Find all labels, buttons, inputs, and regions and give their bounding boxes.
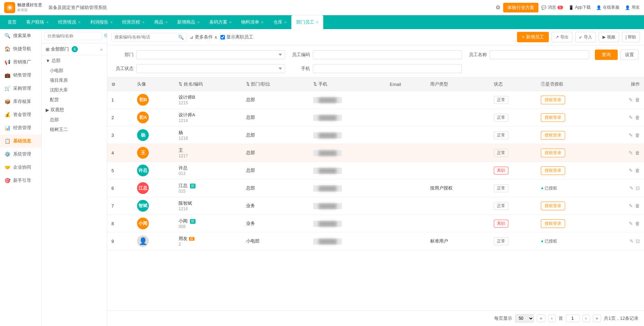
close-icon[interactable]: × [110,20,112,24]
settings-icon[interactable]: ⚙ [496,4,500,11]
first-page-button[interactable]: « [537,315,545,322]
dept-child-zhishu[interactable]: 植树王二 [42,125,107,134]
close-icon[interactable]: × [229,20,232,24]
col-phone[interactable]: ⇅ 手机 [309,78,386,91]
close-icon[interactable]: × [78,20,80,24]
online-service-button[interactable]: 👤 在线客服 [596,5,619,10]
copy-icon[interactable]: ⊡ [636,238,640,244]
emp-name-input[interactable] [490,50,589,59]
copy-icon[interactable]: ⊡ [636,185,640,191]
dept-search-input[interactable] [44,32,102,40]
collapse-icon[interactable]: « [100,47,103,52]
tab-bom[interactable]: 物料清单 × [236,15,268,29]
edit-icon[interactable]: ✎ [629,97,633,103]
close-icon[interactable]: × [284,20,287,24]
edit-icon[interactable]: ✎ [629,168,633,173]
view-button[interactable]: ▶ 视频 [599,32,619,42]
sidebar-item-marketing[interactable]: 📢 营销推广 [0,55,41,69]
tab-customer[interactable]: 客户联络 × [21,15,53,29]
close-icon[interactable]: × [316,20,318,24]
dept-tree-zongbu[interactable]: ▼ 总部 [42,55,107,66]
dept-tree-shuanglu[interactable]: ▶ 双鹿想 [42,105,107,115]
search-icon[interactable]: 🔍 [178,35,184,40]
prev-page-button[interactable]: ‹ [548,315,556,322]
tab-profit[interactable]: 利润报告 × [85,15,117,29]
tab-home[interactable]: 首页 [3,15,21,29]
delete-icon[interactable]: 🗑 [635,132,640,138]
dept-child-zongbu2[interactable]: 总部 [42,115,107,125]
auth-button[interactable]: 授权登录 [541,113,565,122]
sidebar-item-nav[interactable]: 🏠 快捷导航 [0,42,41,55]
next-page-button[interactable]: › [582,315,590,322]
page-input[interactable] [566,315,580,322]
col-name[interactable]: ⇅ 姓名/编码 [174,78,242,91]
app-download-button[interactable]: 📱 App下载 [569,5,591,10]
dept-child-project[interactable]: 项目库房 [42,76,107,85]
set-button[interactable]: 设置 [620,50,638,60]
dept-child-xiaodibu[interactable]: 小电部 [42,66,107,76]
dept-search-icon[interactable]: 🔍 [104,34,107,39]
sidebar-item-basic[interactable]: 📋 基础信息 [0,134,41,148]
auth-button[interactable]: 授权登录 [541,149,565,157]
sidebar-item-management[interactable]: 📊 经营管理 [0,121,41,134]
tab-warehouse[interactable]: 仓库 × [269,15,291,29]
sidebar-item-inventory[interactable]: 📦 库存核算 [0,95,41,108]
auth-button[interactable]: 授权登录 [541,96,565,104]
edit-icon[interactable]: ✎ [629,203,633,209]
sidebar-item-guide[interactable]: 🎯 新手引导 [0,174,41,187]
query-button[interactable]: 查询 [595,50,618,60]
message-button[interactable]: 💬 消息 5 [541,5,563,10]
status-filter-select[interactable] [136,64,285,73]
auth-button[interactable]: 授权登录 [541,202,565,210]
auth-button[interactable]: 授权登录 [541,131,565,140]
auth-button[interactable]: 授权登录 [541,219,565,228]
import-button[interactable]: ↙ 导入 [575,32,596,42]
edit-icon[interactable]: ✎ [629,238,634,244]
col-dept[interactable]: ⇅ 部门/职位 [242,78,309,91]
delete-icon[interactable]: 🗑 [635,221,640,226]
tab-operation[interactable]: 经营情况 × [53,15,85,29]
export-button[interactable]: ↗ 导出 [552,32,572,42]
close-icon[interactable]: × [197,20,199,24]
tab-add-goods[interactable]: 新增商品 × [172,15,204,29]
trial-button[interactable]: 体验行业方案 [503,3,538,12]
sidebar-item-system[interactable]: ⚙️ 系统管理 [0,148,41,161]
sidebar-item-search[interactable]: 🔍 搜索菜单 [0,29,41,42]
edit-icon[interactable]: ✎ [629,185,634,191]
dept-all-item[interactable]: ⊞ 全部部门 6 « [42,43,107,55]
col-settings[interactable]: ⚙ [107,78,133,91]
tab-employee[interactable]: 部门员工 × [291,15,323,29]
sidebar-item-sales[interactable]: 💼 销售管理 [0,69,41,82]
more-conditions-btn[interactable]: ⊿ 更多条件 ∧ [190,34,218,40]
close-icon[interactable]: × [261,20,263,24]
delete-icon[interactable]: 🗑 [635,168,640,173]
delete-icon[interactable]: 🗑 [635,203,640,209]
user-menu[interactable]: 👤 用友 [625,5,640,10]
show-resigned-checkbox[interactable]: 显示离职员工 [220,34,253,40]
resigned-checkbox-input[interactable] [220,35,225,39]
add-employee-button[interactable]: + 新增员工 [517,32,548,42]
sidebar-item-collab[interactable]: 🤝 企业协同 [0,161,41,174]
emp-code-input[interactable] [313,50,462,59]
edit-icon[interactable]: ✎ [629,115,633,120]
phone-input[interactable] [313,64,462,73]
delete-icon[interactable]: 🗑 [635,115,640,120]
edit-icon[interactable]: ✎ [629,132,633,138]
sidebar-item-purchase[interactable]: 🛒 采购管理 [0,82,41,95]
last-page-button[interactable]: » [593,315,601,322]
delete-icon[interactable]: 🗑 [635,97,640,103]
tab-barcode[interactable]: 条码方案 × [205,15,236,29]
search-input[interactable] [115,35,177,39]
close-icon[interactable]: × [46,20,48,24]
close-icon[interactable]: × [165,20,167,24]
edit-icon[interactable]: ✎ [629,221,633,226]
help-button[interactable]: | 帮助 [622,32,640,42]
dept-child-peihuo[interactable]: 配货 [42,95,107,105]
page-size-select[interactable]: 50 100 200 [515,314,534,323]
dept-child-shenyang[interactable]: 沈阳大库 [42,85,107,95]
auth-button[interactable]: 授权登录 [541,166,565,175]
tab-history[interactable]: 经营历程 × [117,15,149,29]
edit-icon[interactable]: ✎ [629,150,633,156]
dept-filter-select[interactable] [136,50,285,59]
tab-goods[interactable]: 商品 × [149,15,172,29]
